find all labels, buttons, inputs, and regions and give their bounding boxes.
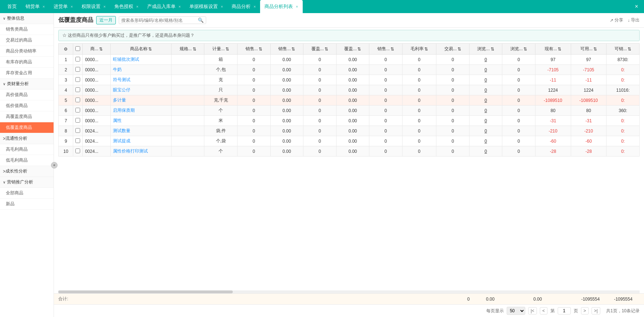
table-wrapper[interactable]: ⚙ 商...⇅ 商品名称⇅ 规格...⇅ 计量...⇅ 销售...⇅ 销售...… (54, 43, 644, 290)
sidebar-item-has-inventory[interactable]: 有库存的商品 (0, 57, 54, 68)
row-checkbox-cell[interactable] (73, 85, 83, 95)
sidebar-item-low-coverage[interactable]: 低覆盖度商品 (0, 122, 54, 133)
row-checkbox-cell[interactable] (73, 116, 83, 126)
search-input[interactable] (121, 18, 198, 23)
row-name[interactable]: 符号测试 (110, 75, 171, 85)
page-size-select[interactable]: 50 100 200 (507, 307, 525, 315)
sidebar-item-traded[interactable]: 交易过的商品 (0, 35, 54, 46)
sidebar-group-marketing[interactable]: ∨ 营销推广分析 (0, 177, 54, 188)
close-analysis-list-tab[interactable]: × (296, 4, 298, 9)
nav-tab-permissions[interactable]: 权限设置 × (77, 0, 110, 13)
row-checkbox-cell[interactable] (73, 146, 83, 156)
row-checkbox[interactable] (75, 138, 80, 143)
nav-tab-template[interactable]: 单据模板设置 × (185, 0, 227, 13)
sidebar-group-growth[interactable]: > 成长性分析 (0, 166, 54, 177)
nav-tab-purchase[interactable]: 进货单 × (49, 0, 77, 13)
page-number-input[interactable] (558, 307, 571, 314)
sidebar-item-high-profit[interactable]: 高毛利商品 (0, 144, 54, 155)
close-permissions-tab[interactable]: × (103, 4, 106, 9)
col-gross-rate-header[interactable]: 毛利率⇅ (402, 44, 436, 55)
close-analysis-tab[interactable]: × (254, 4, 256, 9)
row-checkbox-cell[interactable] (73, 136, 83, 146)
col-unit-header[interactable]: 计量...⇅ (204, 44, 237, 55)
col-browse1-header[interactable]: 浏览...⇅ (469, 44, 502, 55)
row-checkbox[interactable] (75, 57, 80, 62)
sidebar-item-sales-ranking[interactable]: 销售类商品 (0, 24, 54, 35)
row-browse1[interactable]: 0 (469, 126, 502, 136)
close-product-import-tab[interactable]: × (178, 4, 181, 9)
nav-tab-analysis[interactable]: 商品分析 × (227, 0, 260, 13)
col-settings[interactable]: ⚙ (59, 44, 73, 55)
col-browse2-header[interactable]: 浏览...⇅ (502, 44, 535, 55)
settings-icon[interactable]: ⚙ (64, 47, 68, 52)
export-button[interactable]: ↓ 导出 (628, 17, 640, 23)
row-name[interactable]: 属性 (110, 116, 171, 126)
select-all-checkbox[interactable] (75, 46, 80, 51)
row-browse1[interactable]: 0 (469, 65, 502, 75)
last-page-button[interactable]: >| (592, 307, 600, 314)
horizontal-scrollbar[interactable] (58, 290, 640, 293)
sidebar-item-inventory-occupy[interactable]: 库存资金占用 (0, 68, 54, 79)
sidebar-item-low-profit[interactable]: 低毛利商品 (0, 155, 54, 166)
close-template-tab[interactable]: × (221, 4, 223, 9)
col-name-header[interactable]: 商品名称⇅ (110, 44, 171, 55)
sidebar-item-high-value[interactable]: 高价值商品 (0, 90, 54, 100)
close-all-tabs-button[interactable]: × (632, 3, 641, 10)
sidebar-group-overall[interactable]: ∨ 整体信息 (0, 13, 54, 24)
close-sales-tab[interactable]: × (43, 4, 45, 9)
nav-tab-sales[interactable]: 销货单 × (21, 0, 49, 13)
search-box[interactable]: 🔍 (119, 16, 206, 24)
col-sales-count-header[interactable]: 销售...⇅ (369, 44, 402, 55)
row-checkbox[interactable] (75, 108, 80, 112)
col-sales-qty-header[interactable]: 销售...⇅ (237, 44, 270, 55)
row-browse1[interactable]: 0 (469, 55, 502, 65)
row-browse1[interactable]: 0 (469, 95, 502, 106)
row-checkbox[interactable] (75, 128, 80, 133)
row-checkbox-cell[interactable] (73, 75, 83, 85)
sidebar-toggle-button[interactable]: « (51, 162, 58, 169)
row-name[interactable]: 测试提成 (110, 136, 171, 146)
next-page-button[interactable]: > (581, 307, 589, 314)
row-checkbox-cell[interactable] (73, 106, 83, 116)
row-browse1[interactable]: 0 (469, 75, 502, 85)
col-sales-amt-header[interactable]: 销售...⇅ (270, 44, 303, 55)
col-checkbox-all[interactable] (73, 44, 83, 55)
row-name[interactable]: 测试数量 (110, 126, 171, 136)
col-saleable-header[interactable]: 可销...⇅ (606, 44, 640, 55)
row-name[interactable]: 多计量 (110, 95, 171, 106)
row-checkbox[interactable] (75, 98, 80, 102)
row-name[interactable]: 眼宝公仔 (110, 85, 171, 95)
close-purchase-tab[interactable]: × (71, 4, 73, 9)
row-checkbox-cell[interactable] (73, 95, 83, 106)
row-name[interactable]: 启用保质期 (110, 106, 171, 116)
sidebar-item-low-value[interactable]: 低价值商品 (0, 100, 54, 111)
row-checkbox-cell[interactable] (73, 126, 83, 136)
sidebar-item-sales-dynamic[interactable]: 商品分类动销率 (0, 46, 54, 57)
row-checkbox[interactable] (75, 67, 80, 72)
row-browse1[interactable]: 0 (469, 136, 502, 146)
nav-tab-home[interactable]: 首页 (3, 0, 21, 13)
prev-page-button[interactable]: < (540, 307, 547, 314)
col-trade-header[interactable]: 交易...⇅ (436, 44, 470, 55)
col-current-stock-header[interactable]: 现有...⇅ (535, 44, 571, 55)
close-role-tab[interactable]: × (136, 4, 138, 9)
col-spec-header[interactable]: 规格...⇅ (171, 44, 204, 55)
row-name[interactable]: 旺辅批次测试 (110, 55, 171, 65)
sidebar-item-all-goods[interactable]: 全部商品 (0, 188, 54, 199)
nav-tab-role[interactable]: 角色授权 × (110, 0, 143, 13)
col-coverage2-header[interactable]: 覆盖...⇅ (336, 44, 369, 55)
row-name[interactable]: 属性价格打印测试 (110, 146, 171, 156)
share-button[interactable]: ↗ 分享 (610, 17, 623, 23)
first-page-button[interactable]: |< (528, 307, 537, 314)
col-available-stock-header[interactable]: 可用...⇅ (571, 44, 606, 55)
row-browse1[interactable]: 0 (469, 146, 502, 156)
row-checkbox[interactable] (75, 77, 80, 82)
row-checkbox[interactable] (75, 87, 80, 92)
row-browse1[interactable]: 0 (469, 106, 502, 116)
col-coverage1-header[interactable]: 覆盖...⇅ (303, 44, 337, 55)
sidebar-item-new-goods[interactable]: 新品 (0, 199, 54, 210)
filter-period-button[interactable]: 近一月 (96, 16, 116, 24)
sidebar-group-profit[interactable]: > 流通性分析 (0, 133, 54, 144)
row-checkbox-cell[interactable] (73, 55, 83, 65)
scroll-thumb[interactable] (58, 290, 233, 293)
